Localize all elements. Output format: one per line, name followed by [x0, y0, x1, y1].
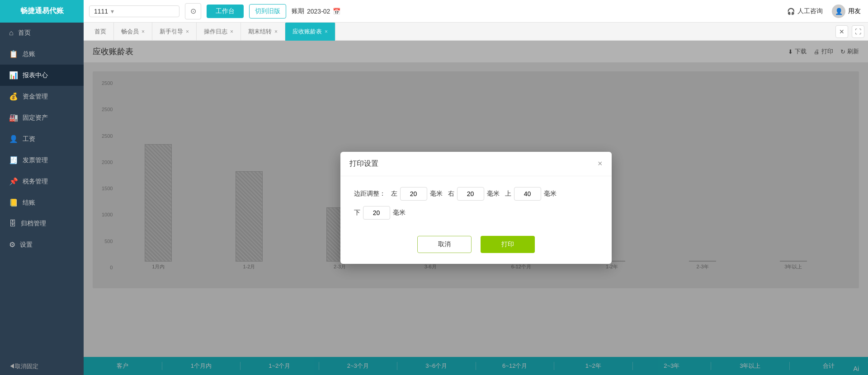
bottom-margin-input[interactable]: [363, 206, 390, 220]
sidebar-label-payroll: 工资: [23, 135, 35, 143]
period-label: 账期: [292, 7, 304, 15]
company-select[interactable]: 1111 ▾: [89, 5, 179, 17]
tab-period-close[interactable]: ×: [274, 28, 278, 35]
sidebar-item-reports[interactable]: 📊 报表中心: [0, 65, 84, 86]
tab-home-label: 首页: [94, 28, 106, 36]
fixed-assets-icon: 🏭: [9, 113, 18, 122]
dialog-footer: 取消 打印: [340, 229, 612, 264]
settings-icon: ⚙: [9, 240, 15, 249]
tab-member-label: 畅会员: [121, 28, 139, 36]
user-area[interactable]: 👤 用友: [832, 5, 861, 18]
bottom-margin-group: 下 毫米: [354, 206, 406, 220]
right-direction-label: 右: [448, 190, 454, 198]
sidebar-item-closing[interactable]: 📒 结账: [0, 192, 84, 213]
headphone-icon: 🎧: [787, 8, 795, 15]
company-dropdown-icon: ▾: [111, 8, 114, 15]
tab-guide[interactable]: 新手引导 ×: [152, 23, 197, 41]
left-direction-label: 左: [391, 190, 397, 198]
right-margin-group: 右 毫米: [448, 187, 500, 201]
bottom-direction-label: 下: [354, 209, 360, 217]
invoice-icon: 🧾: [9, 156, 18, 164]
tax-icon: 📌: [9, 177, 18, 186]
period-value: 2023-02: [307, 8, 330, 15]
funds-icon: 💰: [9, 92, 18, 101]
tab-guide-label: 新手引导: [160, 28, 183, 36]
period-calendar-icon[interactable]: 📅: [333, 8, 340, 15]
period-area: 账期 2023-02 📅: [292, 7, 340, 15]
print-settings-dialog: 打印设置 × 边距调整： 左 毫米 右: [340, 152, 612, 264]
sidebar-label-home: 首页: [18, 29, 31, 37]
tab-log[interactable]: 操作日志 ×: [197, 23, 241, 41]
workbench-button[interactable]: 工作台: [207, 5, 244, 18]
tab-member[interactable]: 畅会员 ×: [114, 23, 152, 41]
top-bar: 畅捷通易代账 1111 ▾ ⊙ 工作台 切到旧版 账期 2023-02 📅 🎧 …: [0, 0, 868, 23]
close-all-button[interactable]: ✕: [835, 25, 848, 38]
sidebar-item-general-ledger[interactable]: 📋 总账: [0, 43, 84, 65]
top-right: 🎧 人工咨询 👤 用友: [787, 5, 861, 18]
top-margin-input[interactable]: [514, 187, 541, 201]
avatar: 👤: [832, 5, 845, 18]
tab-member-close[interactable]: ×: [142, 28, 145, 35]
margin-adjust-label: 边距调整：: [354, 190, 386, 198]
tab-aging[interactable]: 应收账龄表 ×: [285, 23, 335, 41]
tabs-bar: 首页 畅会员 × 新手引导 × 操作日志 × 期末结转 × 应收账龄表 ×: [84, 23, 868, 41]
sidebar-label-funds: 资金管理: [23, 93, 48, 101]
sidebar-label-fixed: 固定资产: [23, 114, 48, 122]
right-unit-label: 毫米: [487, 190, 500, 198]
tab-log-close[interactable]: ×: [230, 28, 233, 35]
tab-period-label: 期末结转: [248, 28, 272, 36]
main-content: 首页 畅会员 × 新手引导 × 操作日志 × 期末结转 × 应收账龄表 ×: [84, 23, 868, 375]
top-direction-label: 上: [505, 190, 511, 198]
closing-icon: 📒: [9, 198, 18, 207]
sidebar-item-payroll[interactable]: 👤 工资: [0, 128, 84, 150]
sidebar-label-closing: 结账: [23, 199, 35, 207]
sidebar: ⌂ 首页 📋 总账 📊 报表中心 💰 资金管理 🏭 固定资产 👤 工资: [0, 23, 84, 375]
fullscreen-button[interactable]: ⛶: [852, 25, 864, 38]
cancel-fixed-label: ◀取消固定: [9, 362, 38, 370]
tab-period-closing[interactable]: 期末结转 ×: [241, 23, 285, 41]
switch-button[interactable]: 切到旧版: [249, 4, 286, 19]
left-margin-input[interactable]: [400, 187, 427, 201]
consult-area[interactable]: 🎧 人工咨询: [787, 7, 823, 15]
bottom-unit-label: 毫米: [393, 209, 406, 217]
cancel-fixed-button[interactable]: ◀取消固定: [0, 358, 84, 375]
sidebar-label-reports: 报表中心: [23, 71, 48, 80]
sidebar-label-invoice: 发票管理: [23, 156, 48, 164]
sidebar-label-ledger: 总账: [23, 50, 35, 58]
reports-icon: 📊: [9, 71, 18, 80]
archive-icon: 🗄: [9, 220, 16, 228]
sidebar-item-funds[interactable]: 💰 资金管理: [0, 86, 84, 107]
tab-guide-close[interactable]: ×: [186, 28, 189, 35]
sidebar-item-fixed-assets[interactable]: 🏭 固定资产: [0, 107, 84, 128]
right-margin-input[interactable]: [457, 187, 484, 201]
home-icon: ⌂: [9, 29, 14, 37]
sidebar-label-tax: 税务管理: [23, 178, 48, 186]
tab-log-label: 操作日志: [204, 28, 227, 36]
tab-home[interactable]: 首页: [87, 23, 114, 41]
dialog-overlay: 打印设置 × 边距调整： 左 毫米 右: [84, 41, 868, 375]
sidebar-item-home[interactable]: ⌂ 首页: [0, 23, 84, 43]
dialog-body: 边距调整： 左 毫米 右 毫米: [340, 176, 612, 229]
cancel-print-button[interactable]: 取消: [417, 236, 472, 253]
logo-text: 畅捷通易代账: [20, 6, 64, 16]
page-area: 应收账龄表 ⬇ 下载 🖨 打印 ↻ 刷新: [84, 41, 868, 375]
sidebar-item-tax[interactable]: 📌 税务管理: [0, 171, 84, 192]
left-unit-label: 毫米: [430, 190, 443, 198]
tab-aging-close[interactable]: ×: [325, 28, 328, 35]
confirm-print-button[interactable]: 打印: [481, 236, 535, 253]
dialog-close-button[interactable]: ×: [598, 159, 603, 169]
sidebar-label-archive: 归档管理: [21, 220, 46, 228]
layout: ⌂ 首页 📋 总账 📊 报表中心 💰 资金管理 🏭 固定资产 👤 工资: [0, 23, 868, 375]
payroll-icon: 👤: [9, 135, 18, 143]
sidebar-item-settings[interactable]: ⚙ 设置: [0, 234, 84, 255]
sidebar-label-settings: 设置: [20, 241, 33, 249]
sidebar-item-invoice[interactable]: 🧾 发票管理: [0, 150, 84, 171]
top-margin-group: 上 毫米: [505, 187, 557, 201]
ledger-icon: 📋: [9, 50, 18, 58]
sidebar-item-archive[interactable]: 🗄 归档管理: [0, 213, 84, 234]
copy-icon-btn[interactable]: ⊙: [185, 3, 201, 19]
sidebar-scroll: ⌂ 首页 📋 总账 📊 报表中心 💰 资金管理 🏭 固定资产 👤 工资: [0, 23, 84, 358]
tab-aging-label: 应收账龄表: [292, 28, 322, 36]
top-unit-label: 毫米: [544, 190, 557, 198]
left-margin-group: 左 毫米: [391, 187, 443, 201]
